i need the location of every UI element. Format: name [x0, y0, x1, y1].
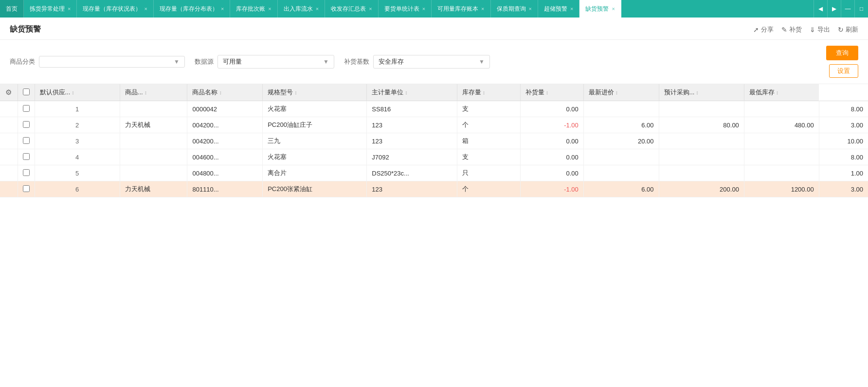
tab-prev-btn[interactable]: ◀	[814, 0, 827, 18]
col-stock-sort-icon: ↕	[483, 89, 486, 95]
row-checkbox-cell-3[interactable]	[18, 149, 35, 165]
col-name[interactable]: 商品名称 ↕	[187, 84, 263, 101]
col-replenish-sort[interactable]: 补货量 ↕	[525, 88, 579, 97]
col-name-label: 商品名称	[192, 88, 217, 97]
col-name-sort[interactable]: 商品名称 ↕	[192, 88, 257, 97]
col-est-purchase-label: 预计采购...	[664, 88, 695, 97]
tab-next-btn[interactable]: ▶	[827, 0, 841, 18]
row-checkbox-cell-1[interactable]	[18, 117, 35, 133]
table-row: 2 力天机械 004200... PC200油缸庄子 123 个 -1.00 6…	[0, 117, 868, 133]
gear-settings-btn[interactable]: ⚙	[5, 88, 12, 97]
col-latest-price[interactable]: 最新进价 ↕	[583, 84, 659, 101]
row-checkbox-4[interactable]	[23, 169, 30, 176]
row-replenish-1: 6.00	[583, 117, 659, 133]
tab-11[interactable]: 缺货预警 ×	[579, 0, 621, 18]
page-title: 缺货预警	[10, 24, 753, 35]
row-est-purchase-4	[744, 165, 819, 181]
category-select[interactable]: ▼	[39, 56, 185, 68]
tab-7[interactable]: 要货单统计表 ×	[379, 0, 432, 18]
tab-10[interactable]: 超储预警 ×	[538, 0, 579, 18]
replenish-select-text: 安全库存	[379, 57, 479, 66]
tab-maximize-btn[interactable]: □	[854, 0, 868, 18]
row-min-stock-3: 8.00	[819, 149, 868, 165]
tab-9-close[interactable]: ×	[529, 6, 532, 12]
datasource-select[interactable]: 可用量 ▼	[217, 55, 334, 69]
tab-home[interactable]: 首页	[0, 0, 24, 18]
col-est-purchase-sort[interactable]: 预计采购... ↕	[664, 88, 739, 97]
page-header: 缺货预警 ➚ 分享 ✎ 补货 ⇓ 导出 ↻ 刷新	[0, 18, 868, 40]
tab-minimize-btn[interactable]: —	[841, 0, 854, 18]
replenish-select[interactable]: 安全库存 ▼	[373, 55, 490, 69]
row-supplier-1: 力天机械	[120, 117, 187, 133]
tab-3-close[interactable]: ×	[221, 6, 224, 12]
row-checkbox-3[interactable]	[23, 153, 30, 160]
tab-4[interactable]: 库存批次账 ×	[230, 0, 277, 18]
tab-8[interactable]: 可用量库存账本 ×	[432, 0, 490, 18]
col-stock[interactable]: 库存量 ↕	[457, 84, 520, 101]
row-checkbox-1[interactable]	[23, 121, 30, 128]
tab-8-close[interactable]: ×	[481, 6, 484, 12]
col-code[interactable]: 商品... ↕	[120, 84, 187, 101]
settings-button[interactable]: 设置	[829, 64, 858, 78]
tab-2-close[interactable]: ×	[144, 6, 147, 12]
row-checkbox-2[interactable]	[23, 137, 30, 144]
col-min-stock-sort[interactable]: 最低库存 ↕	[749, 88, 814, 97]
tab-6[interactable]: 收发存汇总表 ×	[325, 0, 378, 18]
row-est-purchase-3	[744, 149, 819, 165]
row-stock-1: -1.00	[520, 117, 583, 133]
tab-6-close[interactable]: ×	[369, 6, 372, 12]
replenish-button[interactable]: ✎ 补货	[781, 25, 802, 34]
tab-4-close[interactable]: ×	[268, 6, 271, 12]
tab-9[interactable]: 保质期查询 ×	[491, 0, 538, 18]
col-min-stock[interactable]: 最低库存 ↕	[744, 84, 819, 101]
datasource-select-text: 可用量	[223, 57, 323, 66]
row-supplier-4	[120, 165, 187, 181]
export-button[interactable]: ⇓ 导出	[810, 25, 830, 34]
row-replenish-5: 6.00	[583, 181, 659, 197]
col-supplier[interactable]: 默认供应... ↕	[35, 84, 120, 101]
category-select-arrow: ▼	[174, 58, 180, 65]
table-container: ⚙ 默认供应... ↕ 商品... ↕	[0, 84, 868, 197]
refresh-button[interactable]: ↻ 刷新	[838, 25, 858, 34]
tab-11-close[interactable]: ×	[612, 6, 615, 12]
row-unit-2: 箱	[457, 133, 520, 149]
row-checkbox-0[interactable]	[23, 105, 30, 112]
tab-3[interactable]: 现存量（库存分布表） ×	[154, 0, 230, 18]
col-supplier-sort[interactable]: 默认供应... ↕	[40, 88, 115, 97]
row-checkbox-cell-4[interactable]	[18, 165, 35, 181]
tab-10-close[interactable]: ×	[570, 6, 573, 12]
tab-5[interactable]: 出入库流水 ×	[278, 0, 325, 18]
col-est-purchase[interactable]: 预计采购... ↕	[659, 84, 744, 101]
tab-5-close[interactable]: ×	[316, 6, 319, 12]
col-select-all[interactable]	[18, 84, 35, 101]
row-min-stock-2: 10.00	[819, 133, 868, 149]
col-unit-sort[interactable]: 主计量单位 ↕	[372, 88, 452, 97]
share-button[interactable]: ➚ 分享	[753, 25, 774, 34]
tab-1-close[interactable]: ×	[68, 6, 71, 12]
query-button[interactable]: 查询	[826, 46, 858, 60]
row-checkbox-5[interactable]	[23, 185, 30, 192]
col-est-purchase-sort-icon: ↕	[696, 89, 699, 95]
category-filter-label: 商品分类	[10, 57, 35, 66]
col-code-sort[interactable]: 商品... ↕	[125, 88, 182, 97]
category-filter-group: 商品分类 ▼	[10, 56, 185, 68]
col-replenish[interactable]: 补货量 ↕	[520, 84, 583, 101]
tab-2[interactable]: 现存量（库存状况表） ×	[77, 0, 153, 18]
col-unit[interactable]: 主计量单位 ↕	[367, 84, 457, 101]
row-code-4: 004800...	[187, 165, 263, 181]
col-spec[interactable]: 规格型号 ↕	[263, 84, 367, 101]
tab-1[interactable]: 拣货异常处理 ×	[24, 0, 77, 18]
row-replenish-0	[583, 101, 659, 117]
tab-7-close[interactable]: ×	[422, 6, 425, 12]
row-code-0: 0000042	[187, 101, 263, 117]
row-checkbox-cell-2[interactable]	[18, 133, 35, 149]
tab-11-label: 缺货预警	[585, 5, 609, 13]
col-latest-price-sort[interactable]: 最新进价 ↕	[589, 88, 654, 97]
tab-nav-buttons: ◀ ▶ — □	[814, 0, 868, 18]
col-spec-sort[interactable]: 规格型号 ↕	[268, 88, 362, 97]
row-checkbox-cell-5[interactable]	[18, 181, 35, 197]
row-latest-price-4	[659, 165, 744, 181]
col-stock-sort[interactable]: 库存量 ↕	[462, 88, 515, 97]
select-all-checkbox[interactable]	[23, 88, 30, 95]
row-checkbox-cell-0[interactable]	[18, 101, 35, 117]
